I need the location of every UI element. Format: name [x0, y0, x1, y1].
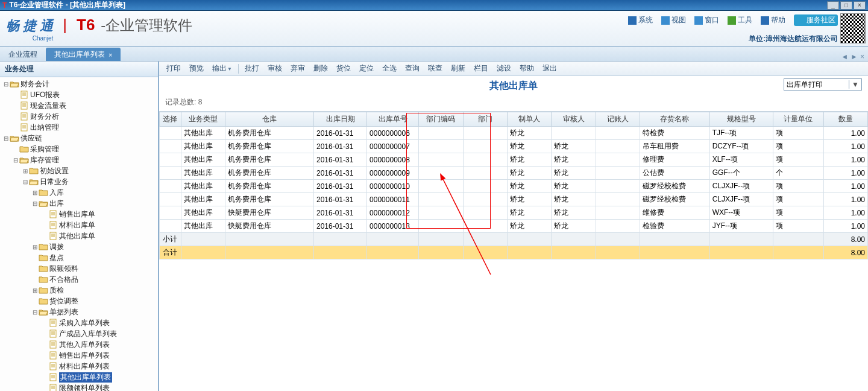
table-row[interactable]: 其他出库机务费用仓库2016-01-310000000011矫龙矫龙磁罗经校检费…	[160, 193, 868, 206]
tree-node-盘点[interactable]: 盘点	[0, 252, 158, 263]
table-row[interactable]: 其他出库快艇费用仓库2016-01-310000000012矫龙矫龙维修费WXF…	[160, 206, 868, 220]
collapse-icon[interactable]: ⊟	[22, 179, 29, 185]
tree-node-日常业务[interactable]: ⊟日常业务	[0, 176, 158, 187]
tree-node-出库[interactable]: ⊟出库	[0, 198, 158, 209]
collapse-icon[interactable]: ⊟	[31, 200, 39, 207]
toolbar-滤设[interactable]: 滤设	[493, 62, 515, 75]
tree-node-供应链[interactable]: ⊟供应链	[0, 133, 158, 144]
cell	[313, 233, 366, 246]
tree-node-出纳管理[interactable]: 出纳管理	[0, 122, 158, 133]
toolbar-栏目[interactable]: 栏目	[470, 62, 492, 75]
header-menu-工具[interactable]: 工具	[728, 15, 752, 25]
column-header[interactable]: 计量单位	[773, 112, 823, 127]
tree-node-质检[interactable]: ⊞质检	[0, 285, 158, 296]
cell: 其他出库	[181, 153, 225, 167]
toolbar-预览[interactable]: 预览	[186, 62, 207, 75]
toolbar-刷新[interactable]: 刷新	[447, 62, 469, 75]
column-header[interactable]: 记账人	[596, 112, 640, 127]
table-row[interactable]: 其他出库快艇费用仓库2016-01-310000000013矫龙矫龙检验费JYF…	[160, 220, 868, 233]
column-header[interactable]: 规格型号	[709, 112, 773, 127]
tab-outbound-list[interactable]: 其他出库单列表 ×	[46, 48, 121, 61]
toolbar-退出[interactable]: 退出	[539, 62, 561, 75]
toolbar-弃审[interactable]: 弃审	[287, 62, 309, 75]
close-button[interactable]: ×	[854, 1, 866, 10]
toolbar-货位[interactable]: 货位	[333, 62, 354, 75]
column-header[interactable]: 部门编码	[419, 112, 463, 127]
expand-icon[interactable]: ⊞	[31, 189, 39, 196]
collapse-icon[interactable]: ⊟	[2, 135, 10, 142]
cell: 公估费	[640, 167, 709, 180]
header-menu-服务社区[interactable]: 服务社区	[794, 14, 838, 26]
tree-node-单据列表[interactable]: ⊟单据列表	[0, 307, 158, 317]
toolbar-定位[interactable]: 定位	[356, 62, 377, 75]
column-header[interactable]: 部门	[463, 112, 507, 127]
tree-node-材料出库单列表[interactable]: 材料出库单列表	[0, 361, 158, 372]
tree-node-初始设置[interactable]: ⊞初始设置	[0, 165, 158, 176]
column-header[interactable]: 仓库	[225, 112, 314, 127]
expand-icon[interactable]: ⊞	[31, 287, 39, 294]
tree-node-调拨[interactable]: ⊞调拨	[0, 241, 158, 252]
tree-node-库存管理[interactable]: ⊟库存管理	[0, 154, 158, 165]
tab-enterprise-flow[interactable]: 企业流程	[0, 48, 46, 61]
print-select[interactable]: 出库单打印 ▼	[784, 78, 862, 91]
tree-node-不合格品[interactable]: 不合格品	[0, 274, 158, 285]
table-row[interactable]: 其他出库机务费用仓库2016-01-310000000010矫龙矫龙磁罗经校检费…	[160, 180, 868, 193]
tab-scroll-right-icon[interactable]: ►	[851, 52, 858, 61]
tree-node-货位调整[interactable]: 货位调整	[0, 296, 158, 307]
tree-node-销售出库单[interactable]: 销售出库单	[0, 209, 158, 220]
column-header[interactable]: 选择	[160, 112, 181, 127]
tree-node-财务分析[interactable]: 财务分析	[0, 111, 158, 122]
toolbar-批打[interactable]: 批打	[241, 62, 263, 75]
tree-node-产成品入库单列表[interactable]: 产成品入库单列表	[0, 328, 158, 339]
data-grid[interactable]: 选择业务类型仓库出库日期出库单号部门编码部门制单人审核人记账人存货名称规格型号计…	[159, 112, 868, 259]
tab-scroll-left-icon[interactable]: ◄	[841, 52, 848, 61]
tree-node-其他出库单[interactable]: 其他出库单	[0, 230, 158, 241]
tree-node-财务会计[interactable]: ⊟财务会计	[0, 78, 158, 89]
tree-node-采购管理[interactable]: 采购管理	[0, 144, 158, 154]
tree-node-销售出库单列表[interactable]: 销售出库单列表	[0, 350, 158, 361]
table-row[interactable]: 其他出库机务费用仓库2016-01-310000000006矫龙特检费TJF--…	[160, 127, 868, 140]
toolbar-帮助[interactable]: 帮助	[516, 62, 538, 75]
tree-node-其他入库单列表[interactable]: 其他入库单列表	[0, 339, 158, 350]
column-header[interactable]: 制单人	[507, 112, 551, 127]
tab-close-all-icon[interactable]: ×	[860, 52, 864, 61]
table-row[interactable]: 其他出库机务费用仓库2016-01-310000000007矫龙矫龙吊车租用费D…	[160, 140, 868, 153]
toolbar-审核[interactable]: 审核	[264, 62, 286, 75]
collapse-icon[interactable]: ⊟	[12, 157, 19, 164]
table-row[interactable]: 其他出库机务费用仓库2016-01-310000000009矫龙矫龙公估费GGF…	[160, 167, 868, 180]
header-menu-窗口[interactable]: 窗口	[694, 15, 719, 25]
tree-node-限额领料[interactable]: 限额领料	[0, 263, 158, 274]
restore-button[interactable]: □	[840, 1, 852, 10]
tree-node-材料出库单[interactable]: 材料出库单	[0, 220, 158, 230]
column-header[interactable]: 存货名称	[640, 112, 709, 127]
folder-icon	[39, 253, 48, 262]
header-menu-视图[interactable]: 视图	[661, 15, 686, 25]
toolbar-输出[interactable]: 输出▼	[209, 62, 236, 75]
tree-node-限额领料单列表[interactable]: 限额领料单列表	[0, 383, 158, 391]
toolbar-删除[interactable]: 删除	[310, 62, 332, 75]
header-menu-帮助[interactable]: 帮助	[761, 15, 785, 25]
column-header[interactable]: 业务类型	[181, 112, 225, 127]
tree-node-UFO报表[interactable]: UFO报表	[0, 89, 158, 100]
tree-node-采购入库单列表[interactable]: 采购入库单列表	[0, 317, 158, 328]
column-header[interactable]: 出库单号	[367, 112, 419, 127]
toolbar-全选[interactable]: 全选	[379, 62, 400, 75]
tree-node-其他出库单列表[interactable]: 其他出库单列表	[0, 372, 158, 383]
tab-close-icon[interactable]: ×	[108, 51, 112, 59]
collapse-icon[interactable]: ⊟	[2, 81, 10, 87]
toolbar-联查[interactable]: 联查	[424, 62, 446, 75]
tree-node-现金流量表[interactable]: 现金流量表	[0, 100, 158, 111]
collapse-icon[interactable]: ⊟	[31, 309, 39, 316]
expand-icon[interactable]: ⊞	[22, 168, 29, 174]
tree-node-入库[interactable]: ⊞入库	[0, 187, 158, 198]
header-menu-系统[interactable]: 系统	[628, 15, 653, 25]
nav-tree[interactable]: ⊟财务会计UFO报表现金流量表财务分析出纳管理⊟供应链采购管理⊟库存管理⊞初始设…	[0, 77, 158, 391]
minimize-button[interactable]: _	[827, 1, 839, 10]
expand-icon[interactable]: ⊞	[31, 244, 39, 250]
column-header[interactable]: 出库日期	[313, 112, 366, 127]
column-header[interactable]: 审核人	[552, 112, 596, 127]
toolbar-打印[interactable]: 打印	[163, 62, 184, 75]
toolbar-查询[interactable]: 查询	[401, 62, 423, 75]
column-header[interactable]: 数量	[823, 112, 867, 127]
table-row[interactable]: 其他出库机务费用仓库2016-01-310000000008矫龙矫龙修理费XLF…	[160, 153, 868, 167]
